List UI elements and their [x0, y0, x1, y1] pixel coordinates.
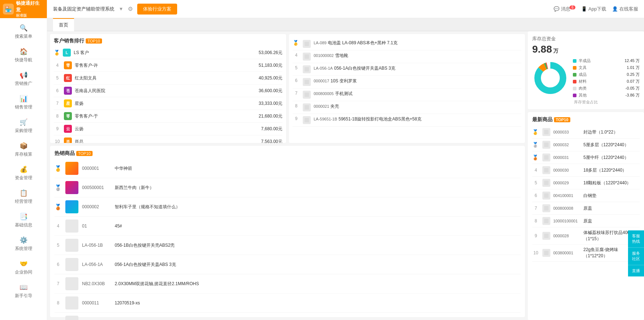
legend-dot	[573, 66, 576, 70]
rank-number: 7	[54, 101, 61, 106]
sidebar-item-营销推广[interactable]: 📢营销推广	[2, 67, 45, 90]
customer-amount: 36,600.00元	[259, 88, 282, 94]
nav-icon: 💰	[20, 165, 28, 173]
legend-dot	[573, 73, 576, 77]
service-icon: 👤	[612, 6, 618, 12]
customer-rank-item: 9云云扬7,680.00元	[54, 123, 282, 135]
newest-rank-num: 10	[532, 250, 539, 255]
sidebar-item-快捷导航[interactable]: 🏠快捷导航	[2, 44, 45, 67]
settings-gear-icon[interactable]: ⚙	[128, 5, 133, 12]
right-panel: 库存总资金 9.88 万	[528, 31, 644, 320]
svg-point-12	[543, 71, 558, 85]
newest-product-code: 000800008	[553, 206, 580, 210]
product-code: 0000017	[314, 79, 329, 83]
product-img	[303, 40, 311, 48]
nav-label: 系统管理	[15, 246, 32, 252]
customer-ranking-list: 🥇LLS 客户53,006.26元4零零售客户-许51,183.00元5红红太阳…	[54, 46, 282, 143]
sidebar-item-采购管理[interactable]: 🛒采购管理	[2, 115, 45, 138]
nav-label: 快捷导航	[15, 57, 32, 63]
hot-product-item: 🥈000500001新西兰牛肉（新牛）	[54, 178, 521, 197]
hot-medal-icon: 🥈	[54, 184, 62, 191]
float-btn-service[interactable]: 客服热线	[628, 230, 644, 248]
customer-amount: 7,563.00元	[261, 139, 282, 143]
newest-product-name: 18多层（1220*2440）	[583, 167, 627, 173]
inventory-amount-num: 9.88	[532, 44, 552, 55]
legend-dot	[573, 94, 576, 97]
rank-number: 9	[54, 126, 61, 131]
customer-amount: 7,680.00元	[261, 126, 282, 132]
product-name: 雪地靴	[335, 53, 348, 58]
hot-medal-icon: 🥉	[54, 204, 62, 210]
product-rank-num: 4	[293, 53, 300, 58]
newest-product-item: 90000028体槭荔枝味苏打饮品400毫升（1*15）	[532, 227, 640, 245]
trial-button[interactable]: 体验行业方案	[137, 4, 177, 15]
hot-products-list: 🥇0000001中华神箭🥈000500001新西兰牛肉（新牛）🥉0000002智…	[54, 159, 521, 320]
product-sales-list: 🥇LA-089 电池盖 LA-089 ABS本色+黑种 7.1克40010000…	[293, 38, 521, 127]
svg-rect-2	[305, 67, 309, 71]
sidebar-item-资金管理[interactable]: 💰资金管理	[2, 162, 45, 185]
newest-product-name: 原盅	[583, 218, 592, 224]
customer-ranking-card: 客户销售排行 TOP10 🥇LLS 客户53,006.26元4零零售客户-许51…	[50, 34, 286, 143]
product-sales-item: 9LA-59651-1B 59651-1B旋转投影灯电池盒ABS黑色+58克	[293, 114, 521, 127]
sidebar-item-库存核算[interactable]: 📦库存核算	[2, 138, 45, 161]
hot-product-img	[65, 200, 78, 213]
newest-product-img	[542, 128, 550, 136]
sidebar-item-企业协同[interactable]: 🤝企业协同	[2, 256, 45, 279]
newest-product-name: 白钢垫	[583, 193, 596, 199]
newest-product-code: 003800001	[553, 251, 580, 255]
hot-products-header: 热销商品 TOP10	[54, 150, 521, 157]
sidebar-item-新手引导[interactable]: 📖新手引导	[2, 280, 45, 303]
hot-product-item: 40145#	[54, 217, 521, 236]
customer-amount: 21,680.00元	[259, 113, 282, 119]
message-label: 消息	[561, 6, 570, 12]
sidebar-item-基础信息[interactable]: 📑基础信息	[2, 209, 45, 232]
legend-label: 肉类	[579, 86, 623, 91]
online-service-action[interactable]: 👤 在线客服	[612, 6, 638, 12]
customer-badge: L	[63, 49, 71, 57]
svg-rect-5	[305, 105, 309, 110]
newest-product-code: 0000029	[553, 181, 580, 185]
newest-product-name: 5厘中纤（1220*2440）	[583, 155, 629, 161]
sidebar-item-经营管理[interactable]: 📋经营管理	[2, 185, 45, 208]
inventory-legend: 半成品12.45 万文具1.01 万成品0.25 万材料0.07 万肉类-0.0…	[573, 58, 640, 98]
product-name: 电池盖 LA-089 ABS本色+黑种 7.1克	[328, 40, 398, 45]
dropdown-arrow-icon[interactable]: ▼	[119, 6, 123, 12]
tab-home[interactable]: 首页	[53, 18, 74, 31]
app-download-action[interactable]: 📱 App下载	[581, 6, 606, 12]
main-wrapper: 装备及固定资产辅助管理系统 ▼ ⚙ 体验行业方案 💬 消息 6 📱 App下载 …	[47, 0, 644, 320]
hot-products-title: 热销商品	[54, 150, 75, 157]
hot-product-code: 01	[82, 223, 111, 229]
float-btn-live[interactable]: 直播	[628, 265, 644, 276]
online-service-label: 在线客服	[619, 6, 638, 12]
newest-product-name: 5厘多层（1220*2440）	[583, 142, 629, 148]
sidebar-item-搜索菜单[interactable]: 🔍搜索菜单	[2, 20, 45, 43]
product-sales-item: 80000021 夹壳	[293, 101, 521, 114]
inventory-chart-label: 库存资金占比	[532, 99, 640, 105]
inventory-amount: 9.88 万	[532, 44, 640, 55]
main-area: 客户销售排行 TOP10 🥇LLS 客户53,006.26元4零零售客户-许51…	[47, 31, 528, 320]
legend-label: 成品	[579, 72, 625, 77]
float-btn-community[interactable]: 服务社区	[628, 248, 644, 265]
rank-number: 8	[54, 114, 61, 119]
customer-badge: 红	[64, 74, 72, 82]
newest-product-item: 4000003018多层（1220*2440）	[532, 164, 640, 177]
nav-label: 资金管理	[15, 175, 32, 181]
product-info: 0000021 夹壳	[314, 103, 521, 110]
customer-name: 红太阳文具	[75, 75, 256, 81]
message-action[interactable]: 💬 消息 6	[554, 6, 575, 12]
newest-product-img	[542, 153, 550, 161]
sidebar-item-销售管理[interactable]: 📊销售管理	[2, 91, 45, 114]
legend-label: 其他	[579, 93, 623, 98]
product-name: 手机测试	[335, 91, 352, 96]
newest-product-img	[542, 166, 550, 174]
customer-rank-item: 5红红太阳文具40,925.00元	[54, 72, 282, 85]
legend-value: 1.01 万	[627, 65, 640, 70]
customer-name: 零售客户-许	[75, 62, 256, 69]
newest-product-img	[542, 249, 550, 257]
hot-product-item: 7NB2.0X30B2.0X30MM双搓花轴,搓花直径2.1MM/ROHS	[54, 274, 521, 294]
svg-rect-4	[305, 93, 309, 97]
sidebar-item-系统管理[interactable]: ⚙️系统管理	[2, 233, 45, 255]
customer-rank-item: 10肖肖总7,563.00元	[54, 135, 282, 143]
product-rank-num: 6	[293, 78, 300, 83]
newest-product-item: 7000800008原盖	[532, 202, 640, 215]
